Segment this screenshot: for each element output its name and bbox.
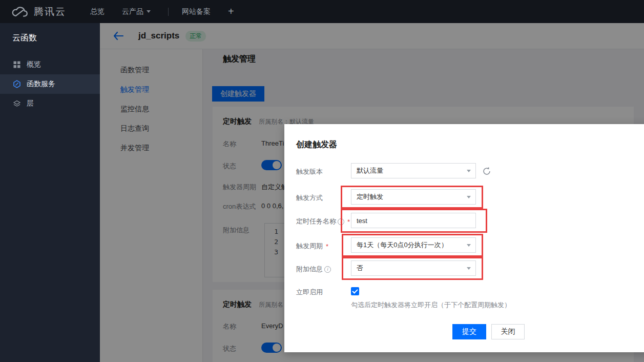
info-icon[interactable]: i — [324, 266, 331, 273]
tencent-cloud-logo-icon — [9, 5, 29, 18]
required-asterisk: * — [326, 243, 328, 250]
info-icon[interactable]: i — [338, 218, 344, 225]
nav-overview[interactable]: 总览 — [90, 7, 105, 16]
chevron-down-icon — [467, 267, 471, 270]
refresh-icon[interactable] — [482, 167, 491, 176]
sidebar-item-label: 函数服务 — [27, 79, 55, 89]
product-title: 云函数 — [0, 23, 100, 55]
field-label-trigger-cycle: 触发周期 * — [296, 242, 328, 251]
top-navbar: 腾讯云 总览 云产品 网站备案 + — [0, 0, 644, 23]
sidebar-item-label: 概览 — [27, 60, 41, 69]
selected-value: 定时触发 — [357, 192, 383, 202]
close-button[interactable]: 关闭 — [491, 324, 525, 339]
nav-divider — [168, 8, 169, 16]
dialog-title: 创建触发器 — [296, 139, 337, 150]
sidebar-item-overview[interactable]: 概览 — [0, 55, 100, 74]
function-service-icon — [13, 80, 21, 88]
brand-label: 腾讯云 — [34, 5, 66, 18]
required-asterisk: * — [347, 218, 350, 226]
enable-now-checkbox[interactable] — [351, 287, 359, 295]
trigger-method-select[interactable]: 定时触发 — [351, 189, 476, 205]
chevron-down-icon — [467, 244, 471, 247]
selected-value: 默认流量 — [357, 166, 383, 175]
timer-task-name-input[interactable] — [351, 213, 476, 228]
trigger-version-select[interactable]: 默认流量 — [351, 163, 476, 178]
selected-value: 每1天（每天0点0分执行一次） — [357, 240, 448, 250]
sidebar-item-layers[interactable]: 层 — [0, 94, 100, 113]
field-label-trigger-version: 触发版本 — [296, 167, 323, 176]
grid-icon — [13, 61, 21, 69]
nav-cloud-products[interactable]: 云产品 — [122, 7, 151, 16]
layers-icon — [13, 99, 21, 108]
chevron-down-icon — [467, 196, 471, 198]
nav-cloud-products-label: 云产品 — [122, 7, 143, 16]
trigger-cycle-select[interactable]: 每1天（每天0点0分执行一次） — [351, 237, 476, 253]
add-tab-button[interactable]: + — [228, 6, 234, 17]
submit-button[interactable]: 提交 — [452, 324, 486, 339]
tencent-cloud-brand[interactable]: 腾讯云 — [9, 5, 86, 18]
sidebar-item-function-service[interactable]: 函数服务 — [0, 74, 100, 94]
sidebar-item-label: 层 — [27, 99, 34, 108]
chevron-down-icon — [467, 170, 471, 172]
field-label-extra-info: 附加信息 i — [296, 265, 331, 274]
enable-now-hint: 勾选后定时触发器将立即开启（于下个配置周期触发） — [351, 300, 511, 310]
field-label-trigger-method: 触发方式 — [296, 193, 323, 203]
left-sidebar: 云函数 概览 函数服务 层 — [0, 23, 100, 362]
extra-info-select[interactable]: 否 — [351, 260, 476, 276]
create-trigger-dialog: 创建触发器 触发版本 默认流量 触发方式 定时触发 定时任务名称 i * 触发周… — [284, 124, 644, 352]
selected-value: 否 — [357, 264, 363, 273]
chevron-down-icon — [147, 10, 151, 13]
field-label-enable-now: 立即启用 — [296, 288, 323, 297]
nav-icp-record[interactable]: 网站备案 — [182, 7, 211, 16]
field-label-timer-task-name: 定时任务名称 i * — [296, 217, 350, 226]
